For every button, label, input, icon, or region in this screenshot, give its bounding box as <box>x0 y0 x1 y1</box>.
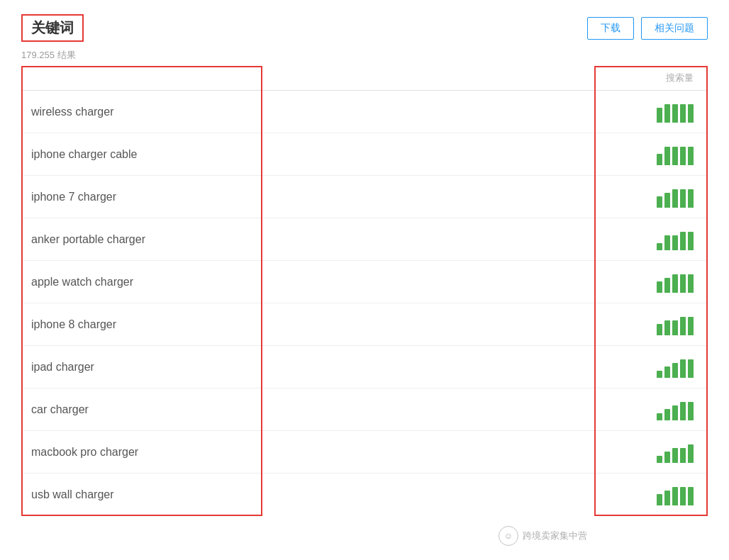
table-row[interactable]: ipad charger <box>21 346 708 388</box>
search-vol-cell <box>594 101 708 123</box>
bar <box>688 147 694 165</box>
bar <box>672 320 678 335</box>
search-vol-cell <box>594 357 708 378</box>
bar <box>672 448 678 463</box>
search-vol-cell <box>594 484 708 505</box>
bar <box>672 189 678 208</box>
keyword-cell: iphone 8 charger <box>21 306 262 344</box>
table-row[interactable]: macbook pro charger <box>21 431 708 474</box>
table-row[interactable]: iphone 7 charger <box>21 176 708 218</box>
bar <box>672 405 678 420</box>
bar <box>688 444 694 463</box>
data-rows: wireless chargeriphone charger cableipho… <box>21 91 708 516</box>
bar <box>680 359 686 378</box>
search-vol-cell <box>594 271 708 293</box>
bar <box>664 409 670 420</box>
bar <box>664 491 670 505</box>
bar <box>657 324 662 335</box>
bar <box>672 487 678 505</box>
keyword-cell: wireless charger <box>21 93 262 131</box>
bar <box>680 147 686 165</box>
bar <box>657 108 662 123</box>
bar <box>680 232 686 250</box>
bar <box>680 487 686 505</box>
header-buttons: 下载 相关问题 <box>587 17 708 40</box>
bar <box>664 193 670 208</box>
bar <box>680 317 686 335</box>
search-vol-cell <box>594 229 708 250</box>
table-row[interactable]: anker portable charger <box>21 218 708 261</box>
bar <box>688 274 694 293</box>
bar-group <box>657 357 694 378</box>
bar <box>688 317 694 335</box>
result-count: 179.255 结果 <box>21 49 708 62</box>
keyword-cell: macbook pro charger <box>21 433 262 471</box>
bar <box>680 402 686 420</box>
keyword-cell: car charger <box>21 391 262 429</box>
search-vol-cell <box>594 186 708 208</box>
bar-group <box>657 271 694 293</box>
bar <box>688 232 694 250</box>
bar <box>664 235 670 250</box>
bar <box>688 104 694 123</box>
bar-group <box>657 399 694 420</box>
bar-group <box>657 314 694 335</box>
bar <box>657 456 662 463</box>
bar-group <box>657 229 694 250</box>
bar <box>664 147 670 165</box>
keyword-cell: ipad charger <box>21 348 262 386</box>
bar <box>664 278 670 293</box>
keyword-cell: iphone 7 charger <box>21 178 262 216</box>
table-row[interactable]: apple watch charger <box>21 261 708 303</box>
bar <box>672 363 678 378</box>
bar <box>664 104 670 123</box>
bar <box>657 413 662 420</box>
keyword-cell: usb wall charger <box>21 476 262 514</box>
bar-group <box>657 144 694 165</box>
search-vol-cell <box>594 144 708 165</box>
watermark-text: 跨境卖家集中营 <box>523 530 587 542</box>
table-row[interactable]: wireless charger <box>21 91 708 133</box>
bar <box>657 196 662 208</box>
bar <box>672 104 678 123</box>
related-questions-button[interactable]: 相关问题 <box>641 17 708 40</box>
page-title: 关键词 <box>21 14 84 42</box>
bar <box>672 147 678 165</box>
table-row[interactable]: usb wall charger <box>21 474 708 516</box>
bar-group <box>657 101 694 123</box>
bar <box>680 104 686 123</box>
bar-group <box>657 186 694 208</box>
watermark-icon: ☺ <box>499 526 518 546</box>
bar <box>664 320 670 335</box>
bar <box>664 452 670 463</box>
search-vol-cell <box>594 442 708 463</box>
bar <box>688 359 694 378</box>
table-row[interactable]: car charger <box>21 388 708 431</box>
keyword-cell: iphone charger cable <box>21 135 262 174</box>
bar <box>672 235 678 250</box>
watermark: ☺ 跨境卖家集中营 <box>499 526 587 546</box>
bar <box>672 274 678 293</box>
keyword-cell: apple watch charger <box>21 263 262 301</box>
table-row[interactable]: iphone charger cable <box>21 133 708 176</box>
bar <box>664 366 670 378</box>
search-vol-cell <box>594 314 708 335</box>
col-header-search-vol: 搜索量 <box>594 72 708 84</box>
bar <box>657 243 662 250</box>
table-header-row: 搜索量 <box>21 66 708 91</box>
header: 关键词 下载 相关问题 <box>21 14 708 42</box>
bar-group <box>657 484 694 505</box>
bar-group <box>657 442 694 463</box>
bar <box>688 189 694 208</box>
bar <box>688 487 694 505</box>
bar <box>680 189 686 208</box>
bar <box>688 402 694 420</box>
bar <box>657 371 662 378</box>
table-wrapper: 搜索量 wireless chargeriphone charger cable… <box>21 66 708 516</box>
search-vol-cell <box>594 399 708 420</box>
bar <box>657 494 662 505</box>
table-row[interactable]: iphone 8 charger <box>21 303 708 346</box>
download-button[interactable]: 下载 <box>587 17 634 40</box>
bar <box>680 448 686 463</box>
bar <box>657 281 662 293</box>
